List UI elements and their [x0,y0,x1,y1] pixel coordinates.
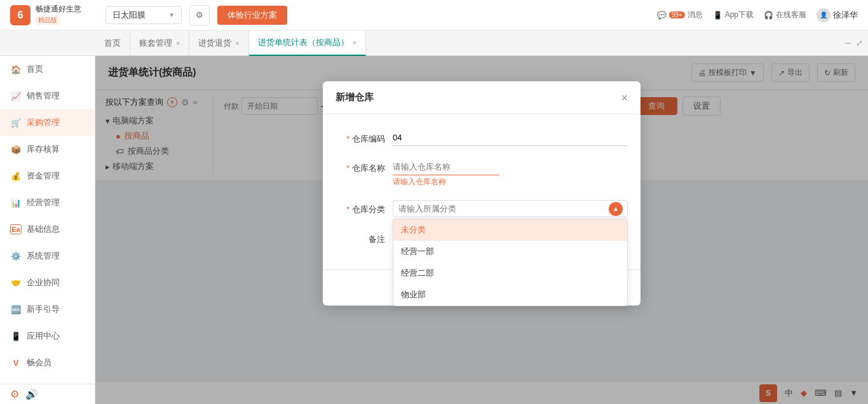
category-input[interactable] [393,200,628,217]
sidebar-item-vip-label: 畅会员 [27,357,51,368]
form-row-category: * 仓库分类 ▲ 未分类 经营一部 经营二部 物业部 [336,200,628,217]
message-icon: 💬 [657,11,667,20]
logo-text-area: 畅捷通好生意 精品版 [36,4,81,26]
code-input[interactable] [393,130,628,146]
tab-purchase-return-close[interactable]: × [235,39,239,47]
sidebar-item-finance-label: 资金管理 [27,170,60,182]
settings-bottom-icon[interactable]: ⚙ [10,388,19,400]
app-download-item[interactable]: 📱 App下载 [713,10,754,20]
tab-expand-icon[interactable]: ⤢ [856,38,863,48]
notes-label: 备注 [336,230,393,245]
purchase-icon: 🛒 [10,117,22,128]
content-area: 进货单统计(按商品) 🖨 按模板打印 ▼ ↗ 导出 ↻ 刷新 [95,56,868,404]
guide-icon: 🆕 [10,304,22,315]
store-selector[interactable]: 日太阳膜 ▼ [105,6,182,24]
dropdown-item-dept2[interactable]: 经营二部 [393,262,627,284]
sidebar-item-guide[interactable]: 🆕 新手引导 [0,296,95,323]
sidebar-item-apps[interactable]: 📱 应用中心 [0,323,95,349]
sidebar-item-collab[interactable]: 🤝 企业协同 [0,269,95,296]
sidebar-item-home[interactable]: 🏠 首页 [0,56,95,83]
sidebar-item-base[interactable]: Ea 基础信息 [0,216,95,243]
home-icon: 🏠 [10,64,22,75]
category-dropdown: 未分类 经营一部 经营二部 物业部 [393,219,628,306]
finance-icon: 💰 [10,170,22,182]
sidebar-item-base-label: 基础信息 [27,224,60,235]
sidebar-item-apps-label: 应用中心 [27,330,60,342]
tab-bar-actions: ─ ⤢ [845,38,868,48]
store-chevron-icon: ▼ [168,11,175,18]
settings-icon[interactable]: ⚙ [189,5,210,25]
sidebar-item-vip[interactable]: V 畅会员 [0,349,95,376]
name-label: * 仓库名称 [336,159,393,174]
notification-label: 消息 [688,10,703,20]
sidebar-item-inventory[interactable]: 📦 库存核算 [0,136,95,163]
sales-icon: 📈 [10,90,22,102]
tab-account-close[interactable]: × [176,39,180,47]
app-name: 畅捷通好生意 [36,4,81,15]
app-badge: 精品版 [36,15,60,25]
notification-item[interactable]: 💬 99+ 消息 [657,10,703,20]
tab-minimize-icon[interactable]: ─ [845,38,851,48]
name-error-message: 请输入仓库名称 [393,177,499,187]
dropdown-item-dept3[interactable]: 物业部 [393,284,627,306]
user-name: 徐泽华 [833,10,858,21]
app-logo-icon: 6 [10,5,31,25]
user-avatar-icon: 👤 [817,8,831,22]
tab-purchase-stats[interactable]: 进货单统计表（按商品） × [249,30,366,56]
sidebar-item-finance[interactable]: 💰 资金管理 [0,163,95,189]
sidebar-item-purchase[interactable]: 🛒 采购管理 [0,109,95,136]
sidebar-item-system[interactable]: ⚙️ 系统管理 [0,243,95,269]
collab-icon: 🤝 [10,277,22,288]
sidebar-item-inventory-label: 库存核算 [27,144,60,155]
name-input[interactable] [393,159,499,175]
modal-header: 新增仓库 × [323,81,641,114]
dropdown-item-dept1[interactable]: 经营一部 [393,241,627,262]
tab-purchase-stats-label: 进货单统计表（按商品） [258,37,349,48]
system-icon: ⚙️ [10,250,22,262]
app-download-label: App下载 [725,10,754,20]
sidebar-item-management-label: 经营管理 [27,197,60,208]
sidebar-item-collab-label: 企业协同 [27,277,60,288]
tab-purchase-stats-close[interactable]: × [353,39,356,46]
modal-add-warehouse: 新增仓库 × * 仓库编码 [323,81,641,306]
category-select-arrow[interactable]: ▲ [609,202,623,216]
required-star: * [346,134,349,144]
sidebar: 🏠 首页 📈 销售管理 🛒 采购管理 📦 库存核算 💰 资金管理 📊 经营管理 … [0,56,95,404]
apps-icon: 📱 [10,330,22,342]
tab-account[interactable]: 账套管理 × [130,30,189,56]
modal-title: 新增仓库 [336,91,374,104]
headset-icon: 🎧 [764,11,773,20]
inventory-icon: 📦 [10,144,22,155]
main-layout: 🏠 首页 📈 销售管理 🛒 采购管理 📦 库存核算 💰 资金管理 📊 经营管理 … [0,56,868,404]
notification-badge: 99+ [669,11,685,18]
modal-close-button[interactable]: × [621,92,628,104]
sidebar-item-sales[interactable]: 📈 销售管理 [0,83,95,109]
sidebar-item-guide-label: 新手引导 [27,304,60,315]
volume-icon[interactable]: 🔊 [25,388,38,400]
form-row-name-inner: * 仓库名称 请输入仓库名称 [336,159,499,187]
sidebar-item-home-label: 首页 [27,64,43,75]
name-input-wrapper: 请输入仓库名称 [393,159,499,187]
required-star-cat: * [346,205,349,214]
online-service-item[interactable]: 🎧 在线客服 [764,10,806,20]
trial-button[interactable]: 体验行业方案 [217,6,287,25]
header-right: 💬 99+ 消息 📱 App下载 🎧 在线客服 👤 徐泽华 [657,8,858,22]
tab-bar: 首页 账套管理 × 进货退货 × 进货单统计表（按商品） × ─ ⤢ [0,30,868,56]
sidebar-footer: ⚙ 🔊 [0,384,95,404]
mobile-icon: 📱 [713,11,722,20]
code-label: * 仓库编码 [336,130,393,145]
sidebar-item-management[interactable]: 📊 经营管理 [0,189,95,216]
management-icon: 📊 [10,197,22,208]
tab-home-label: 首页 [104,37,121,49]
header-middle: 日太阳膜 ▼ ⚙ 体验行业方案 [105,5,657,25]
form-row-name: * 仓库名称 请输入仓库名称 [336,159,628,187]
tab-home[interactable]: 首页 [95,30,130,56]
user-item[interactable]: 👤 徐泽华 [817,8,858,22]
dropdown-item-unclassified[interactable]: 未分类 [393,219,627,241]
tab-account-label: 账套管理 [139,37,172,49]
modal-body: * 仓库编码 * 仓库名称 [323,114,641,269]
online-service-label: 在线客服 [776,10,806,20]
tab-purchase-return[interactable]: 进货退货 × [189,30,248,56]
logo-area: 6 畅捷通好生意 精品版 [10,4,105,26]
required-star-name: * [346,163,349,173]
